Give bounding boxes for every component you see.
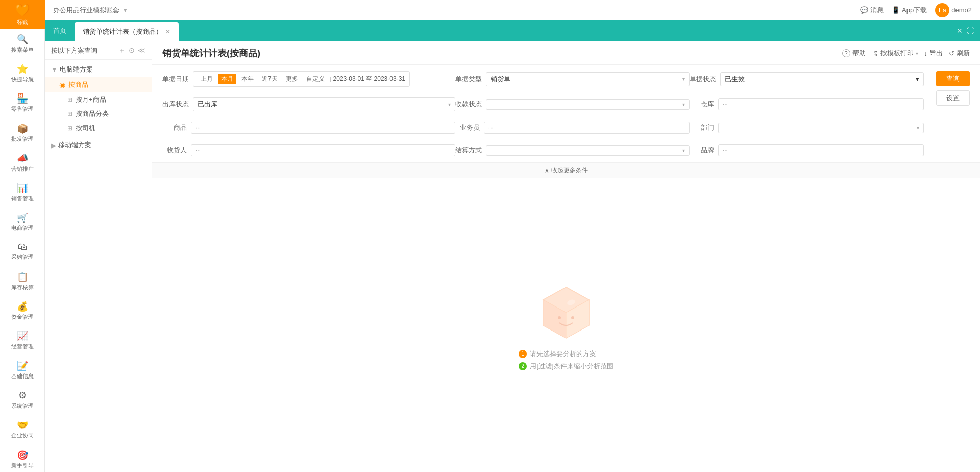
date-7days-btn[interactable]: 近7天 (259, 74, 281, 84)
collapse-icon: ∧ (545, 167, 549, 174)
tabbar: 首页 销货单统计计表（按商品） ✕ ✕ ⛶ (45, 20, 980, 41)
filter-row-3: 商品 ··· 业务员 ··· (162, 122, 924, 134)
filter-row-4: 收货人 ··· 结算方式 ▾ (162, 144, 924, 156)
sidebar-item-purchase[interactable]: 🛍采购管理 (0, 237, 44, 266)
sidebar-item-inventory[interactable]: 📋库存核算 (0, 266, 44, 296)
wholesale-icon: 📦 (17, 123, 28, 134)
filter-goods: 商品 ··· (162, 122, 455, 134)
sidebar-item-basic-info[interactable]: 📝基础信息 (0, 355, 44, 385)
sidebar-item-enterprise[interactable]: 🤝企业协同 (0, 414, 44, 444)
refresh-btn[interactable]: ↺ 刷新 (949, 49, 970, 58)
scheme-item-by-month-goods[interactable]: ⊞ 按月+商品 (45, 92, 152, 107)
scheme-item-by-driver[interactable]: ⊞ 按司机 (45, 121, 152, 135)
status-select[interactable]: 已生效 ▾ (720, 72, 924, 86)
out-status-select[interactable]: 已出库 ▾ (193, 97, 455, 111)
svg-point-6 (571, 316, 574, 319)
topbar-right: 💬 消息 📱 App下载 Ea demo2 (860, 3, 972, 17)
sidebar-item-ecommerce[interactable]: 🛒电商管理 (0, 207, 44, 237)
by-driver-label: 按司机 (76, 124, 95, 133)
export-btn[interactable]: ↓ 导出 (924, 49, 943, 58)
scheme-settings-btn[interactable]: ⊙ (129, 46, 135, 55)
system-icon: ⚙ (18, 390, 27, 401)
sidebar-item-sales-mgmt[interactable]: 📊销售管理 (0, 177, 44, 207)
template-print-btn[interactable]: 🖨 按模板打印 ▾ (872, 49, 918, 58)
date-this-month-btn[interactable]: 本月 (218, 74, 236, 84)
topbar-left: 办公用品行业模拟账套 ▾ (53, 6, 127, 15)
date-last-month-btn[interactable]: 上月 (198, 74, 216, 84)
receiver-control[interactable]: ··· (191, 144, 455, 156)
tip-1-text: 请先选择要分析的方案 (530, 349, 596, 359)
settlement-select[interactable]: ▾ (486, 145, 690, 156)
phone-icon: 📱 (892, 6, 900, 14)
warehouse-control[interactable]: ··· (718, 98, 924, 110)
help-icon: ? (842, 49, 850, 57)
marketing-icon: 📣 (17, 153, 28, 164)
mobile-group-header[interactable]: ▶ 移动端方案 (45, 137, 152, 153)
receipt-status-select[interactable]: ▾ (486, 99, 690, 110)
basic-info-label: 基础信息 (11, 373, 34, 380)
sidebar-item-retail[interactable]: 🏪零售管理 (0, 88, 44, 117)
system-label: 系统管理 (11, 403, 34, 409)
department-select[interactable]: ▾ (718, 123, 924, 133)
search-label: 搜索菜单 (11, 46, 34, 53)
sidebar-item-system[interactable]: ⚙系统管理 (0, 385, 44, 414)
add-scheme-btn[interactable]: ＋ (118, 46, 126, 55)
logo[interactable]: 🧡 标账 (0, 0, 45, 29)
salesperson-control[interactable]: ··· (484, 122, 690, 134)
date-custom-btn[interactable]: 自定义 (303, 74, 328, 84)
department-label: 部门 (690, 123, 718, 132)
out-status-value: 已出库 (198, 100, 446, 109)
brand-control[interactable]: ··· (718, 144, 924, 156)
collapse-panel-btn[interactable]: ≪ (138, 46, 145, 55)
message-btn[interactable]: 💬 消息 (860, 6, 884, 15)
empty-tip-2: 2 用[过滤]条件来缩小分析范围 (519, 362, 613, 371)
scheme-item-by-goods[interactable]: ◉ 按商品 (45, 77, 152, 92)
date-control[interactable]: 上月 本月 本年 近7天 更多 自定义 | 2023-03-01 至 2023-… (193, 71, 410, 87)
print-icon: 🖨 (872, 50, 878, 57)
filter-settlement: 结算方式 ▾ (455, 145, 690, 156)
tab-close-icon[interactable]: ✕ (165, 28, 170, 35)
maximize-btn[interactable]: ⛶ (967, 27, 974, 35)
sidebar-item-wholesale[interactable]: 📦批发管理 (0, 118, 44, 148)
salesperson-dots: ··· (488, 124, 494, 131)
department-dropdown-icon: ▾ (917, 125, 919, 131)
date-more-btn[interactable]: 更多 (283, 74, 301, 84)
refresh-icon: ↺ (949, 50, 954, 57)
filter-row-2: 出库状态 已出库 ▾ 收款状态 ▾ (162, 97, 924, 111)
scheme-item-by-category[interactable]: ⊞ 按商品分类 (45, 107, 152, 121)
collapse-bar[interactable]: ∧ 收起更多条件 (152, 163, 980, 178)
svg-point-5 (558, 316, 561, 319)
tab-sales-stats[interactable]: 销货单统计计表（按商品） ✕ (75, 22, 179, 41)
help-btn[interactable]: ? 帮助 (842, 49, 866, 58)
sidebar-item-newbie[interactable]: 🎯新手引导 (0, 444, 44, 472)
close-tab-btn[interactable]: ✕ (957, 27, 963, 35)
filter-actions: 查询 设置 (936, 71, 970, 106)
goods-control[interactable]: ··· (191, 122, 455, 134)
salesperson-label: 业务员 (455, 123, 484, 132)
pc-group-header[interactable]: ▼ 电脑端方案 (45, 62, 152, 77)
tab-home-label: 首页 (53, 26, 66, 35)
filter-salesperson: 业务员 ··· (455, 122, 690, 134)
sidebar-item-search[interactable]: 🔍搜索菜单 (0, 29, 44, 58)
product-dropdown-icon[interactable]: ▾ (124, 6, 127, 14)
marketing-label: 营销推广 (11, 166, 34, 172)
sidebar-item-finance[interactable]: 💰资金管理 (0, 296, 44, 325)
inventory-label: 库存核算 (11, 284, 34, 291)
sidebar-item-marketing[interactable]: 📣营销推广 (0, 148, 44, 177)
app-download-btn[interactable]: 📱 App下载 (892, 6, 927, 15)
left-panel-title: 按以下方案查询 (51, 46, 97, 55)
user-area[interactable]: Ea demo2 (935, 3, 972, 17)
empty-illustration (533, 277, 599, 343)
inventory-icon: 📋 (17, 271, 28, 282)
settings-button[interactable]: 设置 (936, 90, 970, 106)
sidebar-item-operation[interactable]: 📈经营管理 (0, 325, 44, 355)
sidebar-item-quick-nav[interactable]: ⭐快捷导航 (0, 58, 44, 88)
page-header: 销货单统计计表(按商品) ? 帮助 🖨 按模板打印 ▾ ↓ 导出 (152, 41, 980, 65)
mobile-scheme-group: ▶ 移动端方案 (45, 137, 152, 153)
type-select[interactable]: 销货单 ▾ (486, 72, 690, 86)
tab-home[interactable]: 首页 (45, 20, 75, 41)
operation-label: 经营管理 (11, 343, 34, 350)
message-icon: 💬 (860, 6, 868, 14)
query-button[interactable]: 查询 (936, 71, 970, 86)
date-this-year-btn[interactable]: 本年 (238, 74, 257, 84)
